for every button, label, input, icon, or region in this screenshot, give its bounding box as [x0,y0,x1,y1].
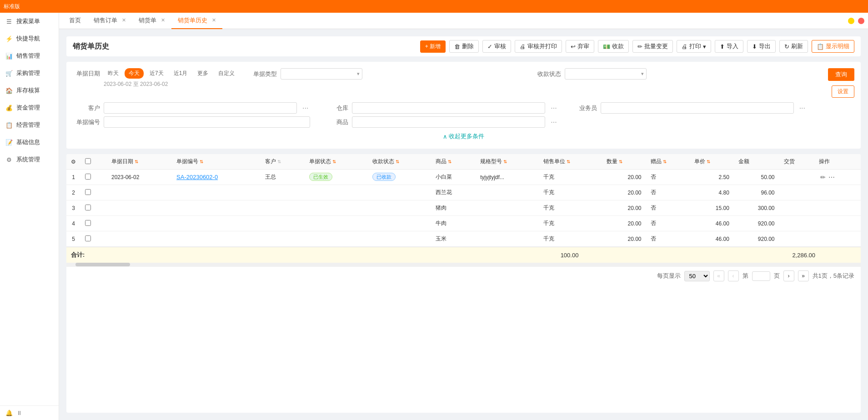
col-qty-header[interactable]: 数量⇅ [602,154,646,170]
row-checkbox-cell[interactable] [80,200,107,216]
row-checkbox-cell[interactable] [80,231,107,247]
date-tag-custom[interactable]: 自定义 [214,68,239,79]
collapse-button[interactable]: ∧ 收起更多条件 [443,132,484,140]
row-checkbox[interactable] [85,174,91,180]
table-row[interactable]: 3 猪肉 千克 20.00 否 15.00 300.00 [66,200,861,216]
row-action[interactable] [814,185,861,200]
sidebar-bottom-icon1[interactable]: 🔔 [5,410,13,416]
col-goods-header[interactable]: 商品⇅ [431,154,476,170]
sort-doc-date-icon[interactable]: ⇅ [135,159,138,164]
date-tag-1month[interactable]: 近1月 [170,68,192,79]
horizontal-scrollbar[interactable] [66,263,861,266]
sidebar-bottom-icon2[interactable]: ⏸ [16,410,22,416]
sort-collect-status-icon[interactable]: ⇅ [396,159,399,164]
salesperson-input[interactable] [601,102,794,114]
close-button[interactable] [858,18,864,24]
sidebar-item-inventory[interactable]: 🏠 库存核算 [0,82,59,99]
import-button[interactable]: ⬆ 导入 [715,40,743,53]
prev-page-button[interactable]: ‹ [728,270,739,281]
customer-ellipsis[interactable]: ··· [301,104,310,112]
tab-sales-history-close[interactable]: ✕ [212,17,216,23]
sort-goods-icon[interactable]: ⇅ [448,159,452,164]
settings-button[interactable]: 设置 [832,85,854,98]
sidebar-item-funds-mgmt[interactable]: 💰 资金管理 [0,99,59,116]
sidebar-item-basic-info[interactable]: 📝 基础信息 [0,134,59,151]
tab-sales-delivery-close[interactable]: ✕ [161,17,165,23]
row-doc-num[interactable] [172,231,261,247]
sidebar-item-sales-mgmt[interactable]: 📊 销售管理 [0,47,59,65]
sort-doc-num-icon[interactable]: ⇅ [200,159,203,164]
last-page-button[interactable]: » [798,270,809,281]
row-checkbox-cell[interactable] [80,170,107,185]
col-checkbox-header[interactable] [80,154,107,170]
sidebar-item-search-menu[interactable]: ☰ 搜索菜单 [0,13,59,30]
first-page-button[interactable]: « [713,270,724,281]
row-doc-num[interactable] [172,185,261,200]
table-row[interactable]: 1 2023-06-02 SA-20230602-0 王总 已生效 已收款 小白… [66,170,861,185]
row-action[interactable]: ✏⋯ [814,170,861,185]
sort-qty-icon[interactable]: ⇅ [619,159,622,164]
date-tag-today[interactable]: 今天 [125,68,144,79]
goods-ellipsis[interactable]: ··· [549,118,558,126]
new-button[interactable]: + 新增 [420,40,446,53]
minimize-button[interactable] [848,18,854,24]
sort-spec-icon[interactable]: ⇅ [503,159,507,164]
col-settings-header[interactable]: ⚙ [66,154,80,170]
date-tag-more[interactable]: 更多 [193,68,212,79]
more-action-btn[interactable]: ⋯ [827,174,836,181]
abandon-button[interactable]: ↩ 弃审 [566,40,594,53]
col-price-header[interactable]: 单价⇅ [690,154,734,170]
col-spec-header[interactable]: 规格型号⇅ [476,154,539,170]
tab-sales-order-close[interactable]: ✕ [122,17,126,23]
print-button[interactable]: 🖨 打印 ▾ [677,40,711,53]
row-checkbox[interactable] [85,205,91,210]
col-customer-header[interactable]: 客户⇅ [261,154,305,170]
row-checkbox[interactable] [85,220,91,226]
show-detail-button[interactable]: 📋 显示明细 [812,40,854,53]
select-all-checkbox[interactable] [85,158,91,164]
row-action[interactable] [814,231,861,247]
next-page-button[interactable]: › [783,270,794,281]
scrollbar-thumb[interactable] [75,263,130,266]
row-doc-num[interactable] [172,200,261,216]
row-doc-num[interactable]: SA-20230602-0 [172,170,261,185]
audit-button[interactable]: ✓ 审核 [482,40,511,53]
page-number-input[interactable]: 1 [752,271,770,281]
table-row[interactable]: 5 玉米 千克 20.00 否 46.00 920.00 [66,231,861,247]
goods-input[interactable] [352,116,545,128]
sort-unit-icon[interactable]: ⇅ [567,159,570,164]
doc-type-select[interactable] [281,68,362,80]
query-button[interactable]: 查询 [828,68,854,81]
doc-num-link[interactable]: SA-20230602-0 [176,174,218,180]
row-checkbox-cell[interactable] [80,185,107,200]
date-tag-yesterday[interactable]: 昨天 [104,68,123,79]
table-row[interactable]: 2 西兰花 千克 20.00 否 4.80 96.00 [66,185,861,200]
col-collect-status-header[interactable]: 收款状态⇅ [368,154,431,170]
sort-price-icon[interactable]: ⇅ [707,159,710,164]
row-action[interactable] [814,200,861,216]
date-tag-7days[interactable]: 近7天 [146,68,168,79]
tab-sales-history[interactable]: 销货单历史 ✕ [171,13,222,29]
col-gift-header[interactable]: 赠品⇅ [646,154,690,170]
delete-button[interactable]: 🗑 删除 [449,40,479,53]
refresh-button[interactable]: ↻ 刷新 [779,40,808,53]
row-checkbox-cell[interactable] [80,216,107,231]
tab-sales-order[interactable]: 销售订单 ✕ [87,13,132,29]
col-doc-date-header[interactable]: 单据日期⇅ [107,154,172,170]
salesperson-ellipsis[interactable]: ··· [798,104,807,112]
sort-doc-status-icon[interactable]: ⇅ [332,159,336,164]
collect-status-select[interactable] [565,68,647,80]
tab-sales-delivery[interactable]: 销货单 ✕ [132,13,171,29]
tab-home[interactable]: 首页 [63,13,87,29]
warehouse-ellipsis[interactable]: ··· [549,104,558,112]
row-checkbox[interactable] [85,235,91,241]
batch-change-button[interactable]: ✏ 批量变更 [632,40,673,53]
col-doc-num-header[interactable]: 单据编号⇅ [172,154,261,170]
sidebar-item-sys-mgmt[interactable]: ⚙ 系统管理 [0,151,59,168]
sidebar-item-ops-mgmt[interactable]: 📋 经营管理 [0,116,59,134]
export-button[interactable]: ⬇ 导出 [747,40,776,53]
col-doc-status-header[interactable]: 单据状态⇅ [305,154,368,170]
audit-print-button[interactable]: 🖨 审核并打印 [515,40,562,53]
collect-button[interactable]: 💵 收款 [598,40,629,53]
sidebar-item-purchase-mgmt[interactable]: 🛒 采购管理 [0,65,59,82]
